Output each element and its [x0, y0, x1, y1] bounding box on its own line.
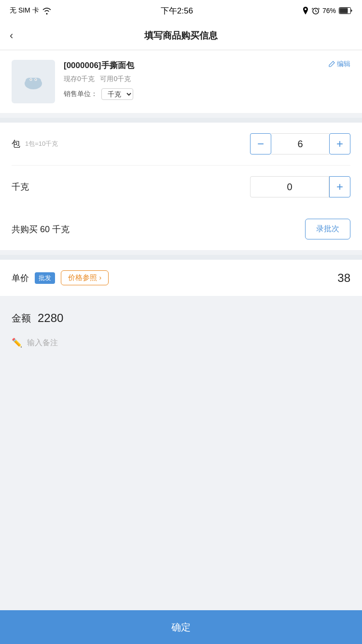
wifi-icon — [42, 7, 52, 14]
product-logo-icon — [22, 70, 45, 93]
pack-input-row: 包 1包=10千克 − + — [12, 123, 350, 166]
pack-hint: 1包=10千克 — [25, 140, 58, 148]
amount-label: 金额 — [12, 312, 31, 325]
kg-qty-input[interactable] — [250, 176, 329, 197]
svg-point-5 — [33, 78, 41, 84]
summary-section: 共购买 60 千克 录批次 — [0, 208, 362, 250]
status-right: 76% — [302, 7, 352, 14]
product-info: [0000006]手撕面包 编辑 现存0千克 可用0千克 销售单位： 千克 — [64, 60, 350, 100]
pack-increment-button[interactable]: + — [329, 133, 350, 154]
battery-text: 76% — [322, 7, 336, 14]
confirm-button[interactable]: 确定 — [0, 610, 362, 644]
price-label: 单价 — [12, 272, 29, 284]
alarm-icon — [312, 7, 320, 14]
unit-select[interactable]: 千克 — [101, 88, 133, 100]
kg-increment-button[interactable]: + — [329, 176, 350, 197]
page-title: 填写商品购买信息 — [144, 29, 218, 42]
note-placeholder: 输入备注 — [27, 338, 58, 348]
product-name: [0000006]手撕面包 — [64, 60, 134, 71]
battery-icon — [339, 7, 352, 14]
pack-qty-control: − + — [250, 133, 350, 154]
amount-row: 金额 2280 — [12, 311, 350, 325]
pack-input-section: 包 1包=10千克 − + 千克 + — [0, 123, 362, 208]
price-value: 38 — [337, 271, 350, 285]
carrier-text: 无 SIM 卡 — [10, 6, 39, 15]
bottom-spacer — [0, 359, 362, 402]
back-button[interactable]: ‹ — [10, 29, 13, 42]
pack-label: 包 1包=10千克 — [12, 138, 58, 150]
batch-button[interactable]: 录批次 — [305, 219, 350, 239]
product-card: [0000006]手撕面包 编辑 现存0千克 可用0千克 销售单位： 千克 — [0, 50, 362, 113]
price-section: 单价 批发 价格参照 › 38 — [0, 260, 362, 296]
svg-point-8 — [30, 79, 31, 80]
product-unit-row: 销售单位： 千克 — [64, 88, 350, 100]
edit-button[interactable]: 编辑 — [328, 60, 350, 69]
divider-2 — [0, 255, 362, 260]
status-left: 无 SIM 卡 — [10, 6, 52, 15]
kg-input-row: 千克 + — [12, 166, 350, 208]
product-stock: 现存0千克 可用0千克 — [64, 75, 350, 84]
nav-bar: ‹ 填写商品购买信息 — [0, 21, 362, 50]
price-tag: 批发 — [35, 272, 55, 284]
pack-decrement-button[interactable]: − — [250, 133, 271, 154]
edit-icon — [328, 61, 335, 68]
price-ref-button[interactable]: 价格参照 › — [61, 270, 109, 285]
product-title-row: [0000006]手撕面包 编辑 — [64, 60, 350, 71]
location-icon — [302, 7, 309, 14]
kg-qty-control: + — [250, 176, 350, 197]
summary-text: 共购买 60 千克 — [12, 224, 70, 235]
pencil-icon: ✏️ — [12, 337, 22, 348]
svg-rect-2 — [339, 8, 348, 14]
product-thumbnail — [12, 60, 55, 103]
price-row: 单价 批发 价格参照 › 38 — [12, 270, 350, 285]
svg-point-9 — [35, 79, 36, 80]
note-row[interactable]: ✏️ 输入备注 — [12, 333, 350, 353]
kg-label: 千克 — [12, 181, 29, 193]
pack-qty-input[interactable] — [271, 133, 329, 154]
amount-value: 2280 — [38, 311, 63, 325]
status-bar: 无 SIM 卡 下午2:56 76% — [0, 0, 362, 21]
divider-1 — [0, 118, 362, 123]
svg-point-4 — [26, 78, 33, 84]
status-time: 下午2:56 — [161, 5, 193, 16]
amount-section: 金额 2280 ✏️ 输入备注 — [0, 301, 362, 359]
